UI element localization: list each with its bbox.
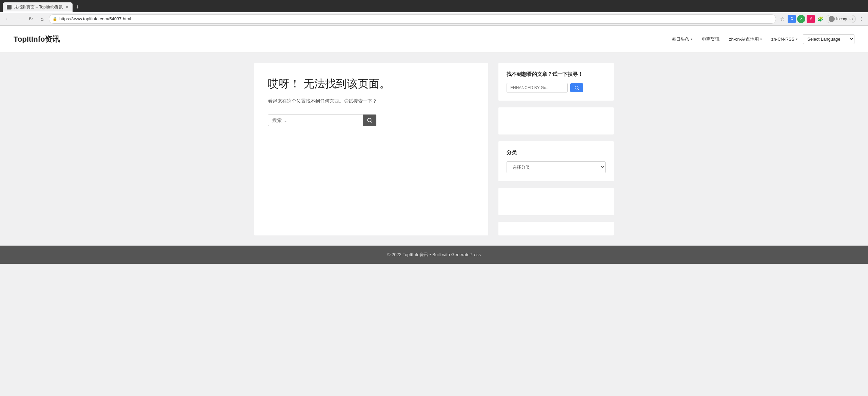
profile-button[interactable]: Incognito [826, 15, 856, 23]
chevron-down-icon-1: ▾ [691, 37, 692, 41]
error-desc: 看起来在这个位置找不到任何东西。尝试搜索一下？ [268, 98, 475, 104]
site-content: 哎呀！ 无法找到该页面。 看起来在这个位置找不到任何东西。尝试搜索一下？ 找不到… [248, 53, 620, 246]
browser-toolbar: ← → ↻ ⌂ 🔒 https://www.topitinfo.com/5403… [0, 12, 868, 26]
profile-label: Incognito [836, 17, 853, 21]
search-icon-sidebar [574, 85, 579, 90]
extension-icon-1[interactable]: G [788, 15, 796, 23]
tab-close-button[interactable]: × [65, 5, 68, 9]
category-heading: 分类 [507, 149, 606, 156]
nav-daily-headline[interactable]: 每日头条 ▾ [668, 34, 696, 44]
browser-tabs: 未找到页面 – TopItInfo资讯 × + [0, 0, 868, 12]
menu-icon[interactable]: ⋮ [857, 15, 865, 23]
main-search-button[interactable] [363, 114, 376, 126]
category-select[interactable]: 选择分类 [507, 161, 606, 173]
main-search-input[interactable] [268, 114, 363, 126]
extension-icon-2[interactable]: ✓ [797, 15, 805, 23]
error-title: 哎呀！ 无法找到该页面。 [268, 77, 475, 91]
tab-favicon [7, 5, 12, 9]
google-search-button[interactable] [570, 83, 583, 92]
sidebar-empty-widget-1 [498, 107, 614, 134]
main-area: 哎呀！ 无法找到该页面。 看起来在这个位置找不到任何东西。尝试搜索一下？ [254, 63, 488, 235]
nav-ecommerce[interactable]: 电商资讯 [698, 34, 724, 44]
avatar [829, 16, 835, 22]
active-tab[interactable]: 未找到页面 – TopItInfo资讯 × [3, 2, 73, 12]
svg-line-3 [578, 89, 579, 90]
new-tab-button[interactable]: + [74, 3, 82, 12]
extension-icon-4[interactable]: 🧩 [816, 15, 824, 23]
sidebar-search-heading: 找不到想看的文章？试一下搜寻！ [507, 71, 606, 78]
sidebar-search-widget: 找不到想看的文章？试一下搜寻！ [498, 63, 614, 101]
nav-sitemap[interactable]: zh-cn-站点地图 ▾ [725, 34, 766, 44]
tab-title: 未找到页面 – TopItInfo资讯 [14, 4, 63, 10]
sidebar-empty-widget-2 [498, 188, 614, 215]
site-footer: © 2022 TopItInfo资讯 • Built with Generate… [0, 246, 868, 264]
search-icon [367, 118, 372, 123]
nav-rss[interactable]: zh-CN-RSS ▾ [767, 35, 802, 44]
site-nav: 每日头条 ▾ 电商资讯 zh-cn-站点地图 ▾ zh-CN-RSS ▾ Sel… [668, 34, 854, 44]
browser-frame: 未找到页面 – TopItInfo资讯 × + ← → ↻ ⌂ 🔒 https:… [0, 0, 868, 26]
main-search-row [268, 114, 475, 126]
site-logo: TopItInfo资讯 [14, 34, 60, 44]
sidebar: 找不到想看的文章？试一下搜寻！ 分类 选择分类 [498, 63, 614, 235]
url-text: https://www.topitinfo.com/54037.html [59, 16, 772, 21]
address-bar[interactable]: 🔒 https://www.topitinfo.com/54037.html [49, 14, 776, 24]
chevron-down-icon-3: ▾ [796, 37, 797, 41]
sidebar-category-widget: 分类 选择分类 [498, 141, 614, 181]
ssl-lock-icon: 🔒 [53, 17, 57, 21]
svg-line-1 [371, 121, 372, 122]
chevron-down-icon-2: ▾ [760, 37, 762, 41]
back-button[interactable]: ← [3, 14, 12, 24]
site-header: TopItInfo资讯 每日头条 ▾ 电商资讯 zh-cn-站点地图 ▾ zh-… [0, 26, 868, 53]
sidebar-empty-widget-3 [498, 222, 614, 235]
home-button[interactable]: ⌂ [37, 14, 47, 24]
site-wrapper: TopItInfo资讯 每日头条 ▾ 电商资讯 zh-cn-站点地图 ▾ zh-… [0, 26, 868, 396]
reload-button[interactable]: ↻ [26, 14, 35, 24]
toolbar-right: ☆ G ✓ M 🧩 Incognito ⋮ [778, 15, 865, 23]
extension-icon-3[interactable]: M [807, 15, 815, 23]
forward-button[interactable]: → [14, 14, 24, 24]
bookmark-icon[interactable]: ☆ [778, 15, 786, 23]
google-search-input[interactable] [507, 83, 568, 92]
google-search-row [507, 83, 606, 92]
language-select[interactable]: Select Language English 中文 [803, 34, 854, 44]
footer-text: © 2022 TopItInfo资讯 • Built with Generate… [387, 252, 481, 257]
